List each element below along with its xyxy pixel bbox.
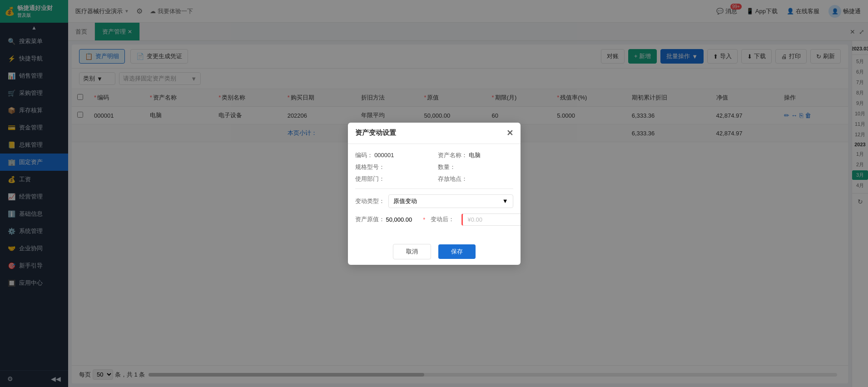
change-type-select[interactable]: 原值变动 ▼ [388, 194, 513, 208]
dialog-quantity-item: 数量： [438, 163, 513, 171]
dialog-footer: 取消 保存 [348, 238, 521, 265]
dialog-title: 资产变动设置 [355, 129, 396, 137]
dialog-location-label: 存放地点： [438, 175, 467, 182]
dialog-header: 资产变动设置 ✕ [348, 123, 521, 144]
save-btn[interactable]: 保存 [438, 244, 476, 259]
dialog-spec-item: 规格型号： [355, 163, 431, 171]
dialog-quantity-label: 数量： [438, 164, 456, 170]
original-value-label: 资产原值： [355, 215, 382, 223]
dialog-name-item: 资产名称： 电脑 [438, 151, 513, 159]
after-change-input[interactable] [461, 213, 520, 226]
dialog-location-item: 存放地点： [438, 175, 513, 183]
change-type-field: 变动类型： 原值变动 ▼ [355, 194, 513, 208]
dialog-spec-label: 规格型号： [355, 164, 385, 170]
dialog-name-label: 资产名称： [438, 152, 467, 159]
change-type-label: 变动类型： [355, 197, 385, 205]
dialog-overlay[interactable]: 资产变动设置 ✕ 编码： 000001 资产名称： 电脑 规格型号： 数 [0, 0, 868, 387]
original-value-display: 50,000.00 [386, 216, 412, 223]
after-change-label: 变动后： [431, 215, 458, 223]
change-type-dropdown-icon: ▼ [502, 198, 508, 204]
after-change-required-mark: * [423, 216, 425, 223]
dialog-code-label: 编码： [355, 152, 373, 159]
original-value-field: 资产原值： 50,000.00 * 变动后： [355, 213, 513, 226]
dialog-name-value: 电脑 [469, 152, 481, 159]
dialog-body: 编码： 000001 资产名称： 电脑 规格型号： 数量： 使用部门： [348, 144, 521, 238]
dialog-close-btn[interactable]: ✕ [506, 128, 513, 138]
dialog-info-grid: 编码： 000001 资产名称： 电脑 规格型号： 数量： 使用部门： [355, 151, 513, 189]
dialog-department-label: 使用部门： [355, 175, 385, 182]
change-type-value: 原值变动 [393, 197, 417, 205]
dialog-department-item: 使用部门： [355, 175, 431, 183]
dialog-code-value: 000001 [374, 152, 394, 159]
dialog-code-item: 编码： 000001 [355, 151, 431, 159]
asset-change-dialog: 资产变动设置 ✕ 编码： 000001 资产名称： 电脑 规格型号： 数 [348, 123, 521, 265]
cancel-btn[interactable]: 取消 [393, 244, 431, 259]
